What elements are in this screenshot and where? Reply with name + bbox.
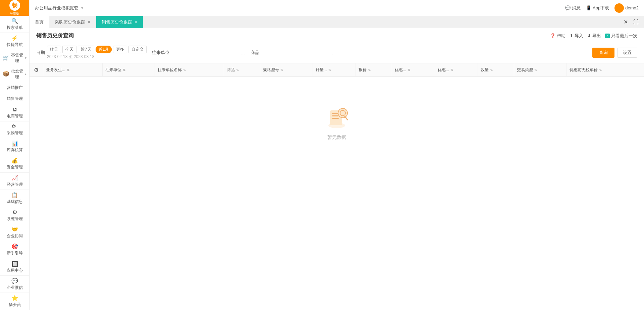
- help-icon: ❓: [550, 33, 555, 38]
- table-container: ⚙ 业务发生... ⇅ 往来单位 ⇅: [30, 63, 644, 167]
- col-unit[interactable]: 计量... ⇅: [313, 63, 356, 77]
- col-discount2[interactable]: 优惠... ⇅: [435, 63, 478, 77]
- data-table: ⚙ 业务发生... ⇅ 往来单位 ⇅: [30, 63, 644, 77]
- sidebar-item-purchase-mgmt[interactable]: 🛍 采购管理: [0, 121, 29, 138]
- tab-sales[interactable]: 销售历史价跟踪 ✕: [96, 16, 143, 28]
- sidebar-item-marketing[interactable]: 营销推广: [0, 82, 29, 93]
- sidebar-label-ecommerce: 电商管理: [7, 113, 23, 119]
- date-btn-7days[interactable]: 近7天: [78, 46, 94, 53]
- sidebar-item-wholesale[interactable]: 📦 批发管理 ▴: [0, 66, 29, 82]
- col-counterpart-name-sort[interactable]: 往来单位名称 ⇅: [158, 67, 221, 73]
- filter-action-buttons: 查询 设置: [592, 48, 637, 58]
- sidebar-item-enterprise[interactable]: 🤝 企业协同: [0, 224, 29, 241]
- query-button[interactable]: 查询: [592, 48, 614, 58]
- col-counterpart-code[interactable]: 往来单位 ⇅: [102, 63, 155, 77]
- appstore-icon: 🔲: [11, 261, 18, 267]
- col-trade-type[interactable]: 交易类型 ⇅: [514, 63, 567, 77]
- sidebar-label-finance: 资金管理: [7, 164, 23, 170]
- wholesale-icon: 📦: [3, 70, 9, 77]
- col-goods-sort[interactable]: 商品 ⇅: [227, 67, 257, 73]
- filter-settings-button[interactable]: 设置: [617, 48, 637, 58]
- counterpart-input[interactable]: [171, 49, 238, 56]
- date-btn-custom[interactable]: 自定义: [128, 46, 147, 53]
- counterpart-input-group: ...: [171, 49, 245, 56]
- member-icon: ⭐: [11, 295, 18, 301]
- sidebar-item-quicknav[interactable]: ⚡ 快捷导航: [0, 33, 29, 50]
- app-title: 办公用品行业模拟账套: [35, 5, 78, 11]
- col-discount1-sort[interactable]: 优惠... ⇅: [395, 67, 432, 73]
- user-profile[interactable]: demo2: [614, 3, 639, 13]
- col-goods[interactable]: 商品 ⇅: [224, 63, 260, 77]
- tab-home[interactable]: 首页: [30, 16, 49, 28]
- col-spec[interactable]: 规格型号 ⇅: [260, 63, 313, 77]
- col-pretax-price-sort[interactable]: 优惠前无税单价 ⇅: [570, 67, 641, 73]
- col-counterpart-name[interactable]: 往来单位名称 ⇅: [155, 63, 224, 77]
- sidebar-item-wechat[interactable]: 💬 企业微信: [0, 276, 29, 293]
- last-only-checkbox-container[interactable]: 只看最后一次: [605, 33, 637, 39]
- app-dropdown-arrow[interactable]: ▾: [81, 6, 83, 10]
- sidebar-label-quicknav: 快捷导航: [7, 42, 23, 48]
- message-button[interactable]: 💬 消息: [565, 5, 581, 11]
- retail-arrow-icon: ▾: [25, 56, 26, 60]
- sidebar-item-appstore[interactable]: 🔲 应用中心: [0, 258, 29, 275]
- table-settings-icon[interactable]: ⚙: [34, 67, 39, 73]
- tab-maximize-button[interactable]: ⛶: [632, 18, 640, 27]
- sidebar-item-inventory[interactable]: 📊 库存核算: [0, 138, 29, 155]
- sidebar-item-ecommerce[interactable]: 🖥 电商管理: [0, 104, 29, 121]
- date-btn-yesterday[interactable]: 昨天: [47, 46, 61, 53]
- counterpart-picker-icon[interactable]: ...: [240, 50, 245, 56]
- import-button[interactable]: ⬆ 导入: [570, 33, 583, 39]
- date-btn-1month[interactable]: 近1月: [96, 46, 112, 53]
- tab-sales-close-icon[interactable]: ✕: [134, 20, 138, 24]
- last-only-checkbox[interactable]: [605, 34, 610, 38]
- sidebar-label-enterprise: 企业协同: [7, 233, 23, 239]
- app-download-button[interactable]: 📱 App下载: [586, 5, 609, 11]
- goods-input[interactable]: [261, 49, 328, 56]
- tab-purchase-close-icon[interactable]: ✕: [87, 20, 91, 24]
- col-quantity-sort[interactable]: 数量 ⇅: [481, 67, 511, 73]
- col-unit-sort[interactable]: 计量... ⇅: [316, 67, 353, 73]
- date-btn-more[interactable]: 更多: [113, 46, 127, 53]
- col-quote-sort[interactable]: 报价 ⇅: [359, 67, 389, 73]
- col-quote[interactable]: 报价 ⇅: [356, 63, 392, 77]
- finance-icon: 💰: [11, 157, 18, 164]
- col-discount2-sort[interactable]: 优惠... ⇅: [438, 67, 475, 73]
- col-pretax-price[interactable]: 优惠前无税单价 ⇅: [567, 63, 644, 77]
- col-spec-sort[interactable]: 规格型号 ⇅: [263, 67, 310, 73]
- title-actions: ❓ 帮助 ⬆ 导入 ⬇ 导出 只看最后一次: [550, 33, 637, 39]
- svg-rect-3: [332, 115, 338, 116]
- app-logo[interactable]: 畅 标准版: [0, 0, 29, 16]
- last-only-label: 只看最后一次: [611, 33, 637, 39]
- sidebar-item-search[interactable]: 🔍 搜索菜单: [0, 16, 29, 33]
- tab-close-all-button[interactable]: ✕: [622, 17, 629, 27]
- col-discount1[interactable]: 优惠... ⇅: [392, 63, 435, 77]
- ecommerce-icon: 🖥: [12, 107, 17, 113]
- date-btn-today[interactable]: 今天: [62, 46, 76, 53]
- sidebar-item-basic-info[interactable]: 📋 基础信息: [0, 190, 29, 207]
- sidebar: 畅 标准版 🔍 搜索菜单 ⚡ 快捷导航 🛒 零售管理 ▾ 📦 批发管理 ▴ 营销…: [0, 0, 30, 310]
- page-content: 销售历史价查询 ❓ 帮助 ⬆ 导入 ⬇ 导出 只看最后一次: [30, 28, 644, 310]
- help-button[interactable]: ❓ 帮助: [550, 33, 566, 39]
- sidebar-item-member[interactable]: ⭐ 畅会员: [0, 293, 29, 310]
- sidebar-item-operations[interactable]: 📈 经营管理: [0, 173, 29, 190]
- export-button[interactable]: ⬇ 导出: [587, 33, 601, 39]
- sidebar-item-system[interactable]: ⚙ 系统管理: [0, 207, 29, 224]
- col-quote-sort-icon: ⇅: [368, 68, 371, 72]
- col-biz-date[interactable]: 业务发生... ⇅: [43, 63, 102, 77]
- col-quantity[interactable]: 数量 ⇅: [478, 63, 514, 77]
- counterpart-filter: 往来单位 ...: [152, 49, 245, 56]
- sidebar-item-finance[interactable]: 💰 资金管理: [0, 155, 29, 172]
- col-trade-type-sort[interactable]: 交易类型 ⇅: [517, 67, 564, 73]
- col-biz-date-sort-icon: ⇅: [67, 68, 69, 72]
- col-biz-date-sort[interactable]: 业务发生... ⇅: [46, 67, 100, 73]
- sidebar-item-guide[interactable]: 🎯 新手引导: [0, 241, 29, 258]
- col-counterpart-code-sort-icon: ⇅: [123, 68, 125, 72]
- tab-bar: 首页 采购历史价跟踪 ✕ 销售历史价跟踪 ✕ ✕ ⛶: [30, 16, 644, 28]
- sidebar-item-retail[interactable]: 🛒 零售管理 ▾: [0, 50, 29, 66]
- export-icon: ⬇: [587, 33, 591, 38]
- tab-purchase[interactable]: 采购历史价跟踪 ✕: [49, 16, 96, 28]
- goods-picker-icon[interactable]: ...: [330, 50, 335, 56]
- search-icon: 🔍: [11, 18, 18, 24]
- sidebar-item-sales-mgmt[interactable]: 销售管理: [0, 93, 29, 104]
- col-counterpart-code-sort[interactable]: 往来单位 ⇅: [105, 67, 152, 73]
